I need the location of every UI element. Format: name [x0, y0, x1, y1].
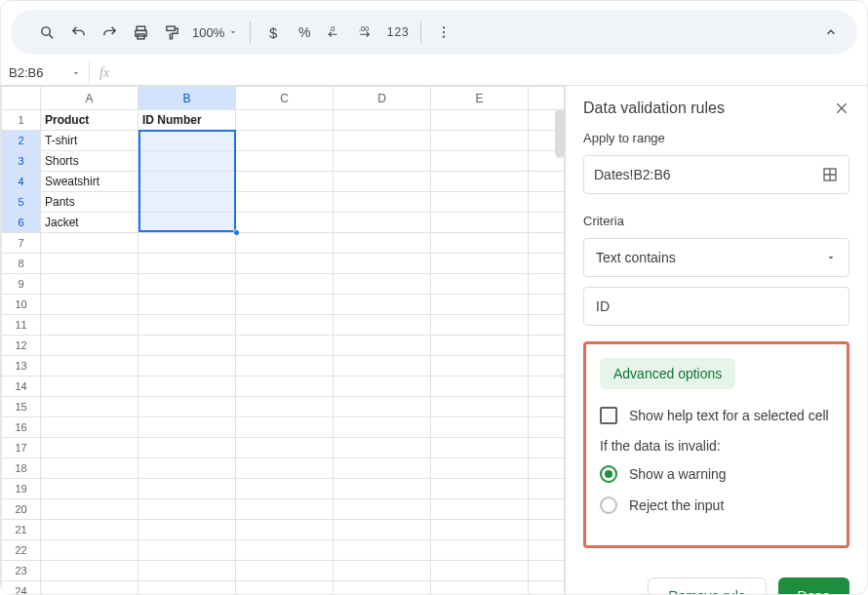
cell[interactable]	[529, 458, 565, 479]
row-header[interactable]: 23	[2, 561, 41, 581]
cell[interactable]	[236, 172, 334, 192]
cell[interactable]	[431, 295, 529, 315]
cell[interactable]	[138, 131, 236, 151]
currency-icon[interactable]: $	[258, 18, 288, 47]
cell[interactable]	[431, 377, 529, 397]
cell[interactable]	[334, 172, 431, 192]
cell[interactable]	[431, 110, 529, 131]
cell[interactable]	[431, 458, 529, 479]
cell[interactable]	[236, 151, 334, 172]
cell[interactable]	[236, 438, 334, 458]
cell[interactable]	[138, 438, 236, 458]
cell[interactable]	[431, 479, 529, 499]
cell[interactable]	[41, 233, 138, 254]
row-header[interactable]: 21	[2, 520, 41, 540]
cell[interactable]	[431, 417, 529, 438]
cell[interactable]	[334, 295, 431, 315]
row-header[interactable]: 4	[2, 172, 41, 192]
cell[interactable]	[334, 192, 431, 213]
cell[interactable]	[334, 479, 431, 499]
cell[interactable]	[236, 397, 334, 417]
cell[interactable]	[138, 356, 236, 377]
cell[interactable]	[41, 254, 138, 274]
cell[interactable]	[431, 233, 529, 254]
advanced-options-toggle[interactable]: Advanced options	[600, 358, 735, 389]
col-header-A[interactable]: A	[41, 87, 138, 110]
cell[interactable]	[431, 356, 529, 377]
cell[interactable]	[334, 233, 431, 254]
cell[interactable]	[41, 295, 138, 315]
row-header[interactable]: 5	[2, 192, 41, 213]
row-header[interactable]: 15	[2, 397, 41, 417]
cell[interactable]	[334, 274, 431, 295]
cell[interactable]	[529, 172, 565, 192]
cell[interactable]	[431, 192, 529, 213]
criteria-dropdown[interactable]: Text contains	[583, 238, 849, 277]
cell[interactable]	[138, 151, 236, 172]
more-formats-icon[interactable]: 123	[383, 18, 413, 47]
cell[interactable]	[334, 520, 431, 540]
radio-show-warning[interactable]: Show a warning	[600, 465, 833, 483]
row-header[interactable]: 18	[2, 458, 41, 479]
cell[interactable]	[236, 581, 334, 595]
row-header[interactable]: 10	[2, 295, 41, 315]
cell[interactable]	[236, 458, 334, 479]
cell[interactable]	[529, 356, 565, 377]
row-header[interactable]: 7	[2, 233, 41, 254]
undo-icon[interactable]	[63, 18, 93, 47]
paint-format-icon[interactable]	[157, 18, 186, 47]
print-icon[interactable]	[126, 18, 155, 47]
row-header[interactable]: 12	[2, 336, 41, 356]
cell[interactable]	[138, 213, 236, 233]
cell[interactable]	[334, 315, 431, 336]
cell[interactable]	[529, 417, 565, 438]
cell[interactable]	[41, 499, 138, 520]
col-header-B[interactable]: B	[138, 87, 236, 110]
row-header[interactable]: 17	[2, 438, 41, 458]
row-header[interactable]: 3	[2, 151, 41, 172]
cell[interactable]	[236, 520, 334, 540]
cell[interactable]	[138, 520, 236, 540]
cell[interactable]: Sweatshirt	[41, 172, 138, 192]
cell[interactable]	[236, 417, 334, 438]
cell[interactable]	[236, 110, 334, 131]
cell[interactable]	[431, 315, 529, 336]
cell[interactable]	[41, 479, 138, 499]
cell[interactable]	[41, 377, 138, 397]
row-header[interactable]: 14	[2, 377, 41, 397]
cell[interactable]	[334, 254, 431, 274]
cell[interactable]	[138, 233, 236, 254]
cell[interactable]	[334, 458, 431, 479]
cell[interactable]	[236, 192, 334, 213]
cell[interactable]	[431, 274, 529, 295]
row-header[interactable]: 24	[2, 581, 41, 595]
cell[interactable]	[138, 315, 236, 336]
cell[interactable]	[41, 438, 138, 458]
redo-icon[interactable]	[95, 18, 124, 47]
cell[interactable]	[334, 131, 431, 151]
cell[interactable]	[138, 192, 236, 213]
cell[interactable]	[431, 172, 529, 192]
cell[interactable]	[431, 254, 529, 274]
cell[interactable]	[334, 417, 431, 438]
cell[interactable]	[334, 438, 431, 458]
cell[interactable]	[529, 295, 565, 315]
cell[interactable]	[334, 336, 431, 356]
row-header[interactable]: 6	[2, 213, 41, 233]
cell[interactable]	[138, 581, 236, 595]
cell[interactable]	[529, 479, 565, 499]
cell[interactable]	[236, 213, 334, 233]
row-header[interactable]: 1	[2, 110, 41, 131]
cell[interactable]	[138, 479, 236, 499]
cell[interactable]	[236, 499, 334, 520]
cell[interactable]	[431, 520, 529, 540]
cell[interactable]	[431, 540, 529, 561]
cell[interactable]	[529, 377, 565, 397]
cell[interactable]	[529, 499, 565, 520]
cell[interactable]	[138, 499, 236, 520]
cell[interactable]	[41, 274, 138, 295]
cell[interactable]	[236, 254, 334, 274]
cell[interactable]	[529, 192, 565, 213]
cell[interactable]	[529, 581, 565, 595]
spreadsheet-grid[interactable]: A B C D E 1ProductID Number2T-shirt3Shor…	[1, 86, 565, 594]
